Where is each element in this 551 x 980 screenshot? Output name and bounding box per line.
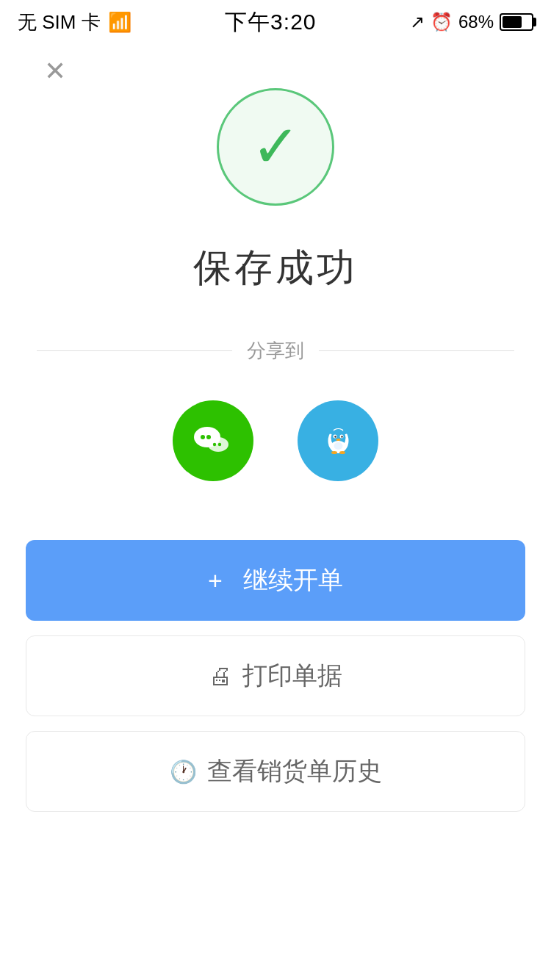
svg-point-11 [341, 436, 342, 437]
svg-point-4 [213, 443, 216, 446]
print-label: 打印单据 [242, 659, 342, 693]
svg-point-1 [201, 435, 205, 439]
battery-fill [503, 16, 522, 28]
svg-point-14 [334, 442, 342, 450]
svg-point-2 [206, 435, 211, 439]
checkmark-icon: ✓ [251, 118, 300, 176]
svg-point-17 [329, 428, 334, 434]
no-sim-label: 无 SIM 卡 [18, 10, 101, 35]
divider-line-left [37, 350, 232, 351]
status-bar: 无 SIM 卡 📶 下午3:20 ↗ ⏰ 68% [0, 0, 551, 44]
location-icon: ↗ [410, 12, 425, 32]
status-left: 无 SIM 卡 📶 [18, 10, 132, 35]
qq-icon [318, 421, 359, 461]
history-button[interactable]: 🕐 查看销货单历史 [26, 731, 525, 812]
alarm-icon: ⏰ [431, 12, 453, 32]
wifi-icon: 📶 [108, 11, 132, 34]
continue-button[interactable]: + + 继续开单 继续开单 [26, 540, 525, 621]
history-label: 查看销货单历史 [207, 754, 382, 788]
battery-bar [500, 13, 533, 31]
success-title: 保存成功 [193, 242, 358, 294]
clock-icon: 🕐 [170, 759, 197, 785]
share-divider: 分享到 [0, 338, 551, 364]
status-right: ↗ ⏰ 68% [410, 12, 533, 32]
qq-share-button[interactable] [298, 400, 378, 481]
print-button[interactable]: 🖨 打印单据 [26, 635, 525, 716]
share-icons [173, 400, 378, 481]
share-label: 分享到 [232, 338, 319, 364]
action-buttons: + + 继续开单 继续开单 🖨 打印单据 🕐 查看销货单历史 [26, 540, 525, 812]
svg-point-15 [331, 451, 337, 454]
printer-icon: 🖨 [209, 663, 232, 690]
main-content: ✓ 保存成功 分享到 [0, 44, 551, 812]
battery-percent: 68% [458, 12, 494, 32]
svg-point-5 [218, 443, 221, 446]
svg-point-16 [339, 451, 345, 454]
svg-point-18 [343, 428, 347, 434]
close-button[interactable]: ✕ [37, 53, 73, 90]
divider-line-right [319, 350, 514, 351]
svg-point-10 [334, 436, 336, 437]
wechat-icon [191, 422, 235, 459]
wechat-share-button[interactable] [173, 400, 253, 481]
status-time: 下午3:20 [225, 7, 316, 37]
plus-icon: + [208, 566, 223, 595]
close-icon: ✕ [44, 58, 66, 84]
success-circle: ✓ [217, 88, 334, 206]
svg-point-12 [336, 439, 340, 441]
